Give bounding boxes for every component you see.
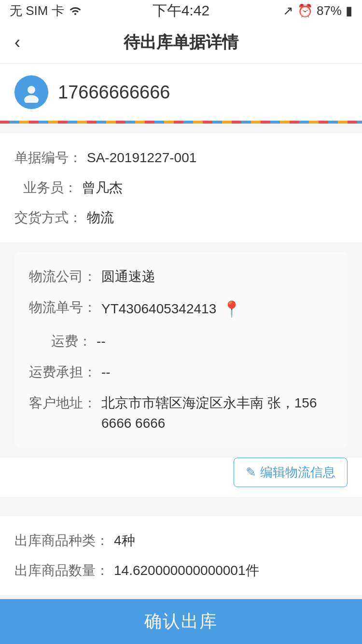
- logistics-company-label: 物流公司：: [29, 266, 97, 287]
- goods-quantity-label: 出库商品数量：: [14, 560, 109, 581]
- logistics-card: 物流公司： 圆通速递 物流单号： YT43064053424​13 📍 运费： …: [14, 252, 348, 448]
- status-bar: 无 SIM 卡 下午4:42 ↗ ⏰ 87% ▮: [0, 0, 362, 21]
- salesperson-row: 业务员： 曾凡杰: [14, 178, 348, 198]
- avatar: [14, 75, 48, 109]
- freight-row: 运费： --: [29, 331, 333, 351]
- location-status-icon: ↗: [283, 3, 293, 18]
- freight-value: --: [97, 331, 333, 351]
- section-divider-1: [0, 497, 362, 506]
- order-number-row: 单据编号： SA-20191227-001: [14, 148, 348, 168]
- tracking-number-row: 物流单号： YT43064053424​13 📍: [29, 297, 333, 321]
- delivery-method-row: 交货方式： 物流: [14, 208, 348, 228]
- nav-title: 待出库单据详情: [124, 31, 238, 54]
- user-header: 17666666666: [0, 64, 362, 121]
- order-number-label: 单据编号：: [14, 148, 82, 168]
- delivery-method-label: 交货方式：: [14, 208, 82, 228]
- address-row: 客户地址： 北京市市辖区海淀区永丰南 张，156 6666 6666: [29, 393, 333, 434]
- address-value: 北京市市辖区海淀区永丰南 张，156 6666 6666: [101, 393, 333, 434]
- map-pin-icon[interactable]: 📍: [222, 297, 241, 321]
- goods-types-label: 出库商品种类：: [14, 531, 109, 551]
- basic-info-section: 单据编号： SA-20191227-001 业务员： 曾凡杰 交货方式： 物流: [0, 133, 362, 242]
- user-phone: 17666666666: [58, 82, 170, 103]
- tracking-value-row: YT43064053424​13 📍: [101, 297, 333, 321]
- battery-percent: 87%: [317, 3, 342, 18]
- edit-logistics-button[interactable]: ✎ 编辑物流信息: [234, 458, 348, 487]
- order-number-value: SA-20191227-001: [87, 148, 348, 168]
- status-left: 无 SIM 卡: [10, 2, 83, 19]
- edit-icon: ✎: [246, 465, 256, 480]
- battery-icon: ▮: [346, 3, 352, 18]
- status-right: ↗ ⏰ 87% ▮: [283, 3, 352, 18]
- logistics-company-value: 圆通速递: [101, 266, 333, 287]
- edit-logistics-label: 编辑物流信息: [260, 464, 335, 481]
- edit-btn-row: ✎ 编辑物流信息: [0, 458, 362, 497]
- alarm-icon: ⏰: [297, 3, 313, 18]
- freight-bearer-value: --: [101, 362, 333, 382]
- svg-point-0: [28, 86, 35, 94]
- goods-quantity-row: 出库商品数量： 14.620000000000001件: [14, 560, 348, 581]
- address-label: 客户地址：: [29, 393, 97, 413]
- back-button[interactable]: ‹: [14, 32, 20, 53]
- goods-types-value: 4种: [114, 531, 348, 551]
- goods-quantity-value: 14.620000000000001件: [114, 560, 348, 581]
- freight-bearer-label: 运费承担：: [29, 362, 97, 382]
- tracking-number-label: 物流单号：: [29, 297, 97, 318]
- logistics-company-row: 物流公司： 圆通速递: [29, 266, 333, 287]
- goods-types-row: 出库商品种类： 4种: [14, 531, 348, 551]
- tracking-number-text: YT43064053424​13: [101, 299, 216, 319]
- status-time: 下午4:42: [153, 1, 209, 21]
- carrier-label: 无 SIM 卡: [10, 2, 64, 19]
- dashed-divider: [0, 121, 362, 124]
- freight-label: 运费：: [29, 331, 92, 351]
- goods-section: 出库商品种类： 4种 出库商品数量： 14.620000000000001件: [0, 516, 362, 595]
- freight-bearer-row: 运费承担： --: [29, 362, 333, 382]
- salesperson-value: 曾凡杰: [82, 178, 348, 198]
- salesperson-label: 业务员：: [14, 178, 77, 198]
- svg-point-1: [24, 95, 39, 103]
- wifi-icon: [68, 3, 83, 18]
- confirm-btn-container: 确认出库: [0, 599, 362, 644]
- main-content: 17666666666 单据编号： SA-20191227-001 业务员： 曾…: [0, 64, 362, 644]
- delivery-method-value: 物流: [87, 208, 348, 228]
- tracking-number-value: YT43064053424​13 📍: [101, 297, 333, 321]
- confirm-outbound-button[interactable]: 确认出库: [144, 610, 218, 633]
- nav-bar: ‹ 待出库单据详情: [0, 21, 362, 64]
